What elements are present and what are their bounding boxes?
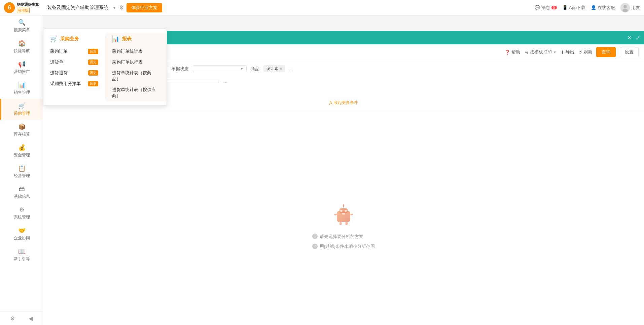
operations-icon: 📋 <box>18 165 26 172</box>
phone-icon: 📱 <box>562 5 568 10</box>
sidebar-item-inventory[interactable]: 📦 库存核算 <box>0 120 43 140</box>
print-btn[interactable]: 🖨 按模板打印 ▼ <box>524 49 557 55</box>
goods-stat-supplier-label: 进货单统计表（按供应商） <box>112 87 160 99</box>
goods-ellipsis[interactable]: … <box>289 66 293 71</box>
sidebar: 🔍 搜索菜单 🏠 快捷导航 📢 营销推广 📊 销售管理 🛒 采购管理 📦 库存核… <box>0 15 43 325</box>
query-btn[interactable]: 查询 <box>596 47 616 57</box>
user-item[interactable]: 用友 <box>620 3 640 12</box>
status-arrow: ▼ <box>240 67 244 71</box>
purchase-order-label: 采购订单 <box>50 48 68 54</box>
goods-stat-goods-item[interactable]: 进货单统计表（按商品） <box>109 68 163 84</box>
goods-receipt-item[interactable]: 进货单 历史 <box>47 57 101 68</box>
sidebar-bottom: ⚙ ◀ <box>0 312 43 325</box>
status-select[interactable]: ▼ <box>193 65 247 72</box>
top-header: 6 畅捷通好生意 标准版 装备及固定资产辅助管理系统 ▼ ⚙ 体验行业方案 💬 … <box>0 0 644 15</box>
sidebar-item-collab[interactable]: 🤝 企业协同 <box>0 224 43 244</box>
goods-stat-goods-label: 进货单统计表（按商品） <box>112 70 160 82</box>
goods-return-label: 进货退货 <box>50 70 68 76</box>
system-icon: ⚙ <box>19 206 25 213</box>
empty-illustration <box>330 202 357 229</box>
logo-icon: 6 <box>4 2 15 13</box>
system-dropdown-arrow[interactable]: ▼ <box>112 5 116 10</box>
sidebar-label-basics: 基础信息 <box>14 194 30 199</box>
purchase-order-exec-label: 采购订单执行表 <box>112 59 143 65</box>
help-btn[interactable]: ❓ 帮助 <box>505 49 520 55</box>
report-header: 📊 报表 <box>109 33 163 45</box>
empty-state: 1 请先选择要分析的方案 2 用[过滤]条件来缩小分析范围 <box>43 111 644 325</box>
purchase-order-stat-item[interactable]: 采购订单统计表 <box>109 46 163 57</box>
report-header-label: 报表 <box>122 36 132 42</box>
goods-tag-text: 设计素 <box>266 66 278 72</box>
export-icon: ⬇ <box>561 50 564 55</box>
empty-tip-1: 1 请先选择要分析的方案 <box>312 233 374 240</box>
tab-bar-expand-btn[interactable]: ⤢ <box>634 33 641 42</box>
collapse-icon: ⋀ <box>329 100 332 105</box>
collapse-btn[interactable]: ⋀ 收起更多条件 <box>329 100 358 106</box>
goods-tag-close[interactable]: ✕ <box>280 67 282 71</box>
sidebar-item-guide[interactable]: 📖 新手引导 <box>0 244 43 265</box>
svg-text:6: 6 <box>8 5 11 10</box>
purchase-order-exec-item[interactable]: 采购订单执行表 <box>109 57 163 68</box>
sidebar-label-marketing: 营销推广 <box>14 69 30 75</box>
online-service-label: 在线客服 <box>598 5 615 11</box>
inventory-icon: 📦 <box>18 123 26 130</box>
svg-point-8 <box>345 210 347 212</box>
sidebar-item-marketing[interactable]: 📢 营销推广 <box>0 57 43 78</box>
svg-point-7 <box>340 210 342 212</box>
avatar <box>620 3 630 12</box>
sidebar-collapse-icon[interactable]: ◀ <box>29 315 33 322</box>
salesperson-ellipsis[interactable]: … <box>223 79 227 84</box>
svg-rect-11 <box>350 214 353 215</box>
sidebar-item-system[interactable]: ⚙ 系统管理 <box>0 203 43 224</box>
app-download-item[interactable]: 📱 App下载 <box>562 5 585 11</box>
refresh-icon: ↺ <box>578 50 582 55</box>
search-icon: 🔍 <box>18 19 26 26</box>
home-icon: 🏠 <box>18 40 26 47</box>
goods-receipt-label: 进货单 <box>50 59 63 65</box>
purchase-expense-label: 采购费用分摊单 <box>50 81 81 87</box>
svg-rect-12 <box>339 222 342 225</box>
logo-text: 畅捷通好生意 标准版 <box>17 2 39 13</box>
goods-return-history: 历史 <box>88 70 98 76</box>
sidebar-item-search[interactable]: 🔍 搜索菜单 <box>0 15 43 36</box>
goods-return-item[interactable]: 进货退货 历史 <box>47 68 101 78</box>
goods-label: 商品 <box>251 66 259 72</box>
print-icon: 🖨 <box>524 50 529 55</box>
report-header-icon: 📊 <box>112 35 119 43</box>
sidebar-label-guide: 新手引导 <box>14 256 30 262</box>
logo-area: 6 畅捷通好生意 标准版 <box>4 2 47 13</box>
refresh-btn[interactable]: ↺ 刷新 <box>578 49 592 55</box>
settings-btn[interactable]: 设置 <box>620 47 639 57</box>
sidebar-label-inventory: 库存核算 <box>14 131 30 137</box>
tip-num-1: 1 <box>312 234 318 239</box>
sidebar-label-quicknav: 快捷导航 <box>14 48 30 54</box>
empty-text: 1 请先选择要分析的方案 2 用[过滤]条件来缩小分析范围 <box>312 233 374 250</box>
sidebar-item-quicknav[interactable]: 🏠 快捷导航 <box>0 36 43 57</box>
system-settings-icon[interactable]: ⚙ <box>119 4 124 11</box>
sidebar-item-operations[interactable]: 📋 经营管理 <box>0 161 43 182</box>
purchase-order-item[interactable]: 采购订单 历史 <box>47 46 101 57</box>
message-item[interactable]: 💬 消息 5 <box>535 5 557 11</box>
print-dropdown-arrow[interactable]: ▼ <box>553 50 557 54</box>
purchase-dropdown-menu: 🛒 采购业务 采购订单 历史 进货单 历史 进货退货 历史 采购费用分摊单 历史… <box>43 29 167 106</box>
goods-stat-supplier-item[interactable]: 进货单统计表（按供应商） <box>109 84 163 101</box>
message-label: 消息 <box>541 5 550 11</box>
sales-icon: 📊 <box>18 81 26 89</box>
basics-icon: 🗃 <box>19 186 25 193</box>
app-download-label: App下载 <box>569 5 585 11</box>
purchase-expense-item[interactable]: 采购费用分摊单 历史 <box>47 78 101 89</box>
tab-bar-close-btn[interactable]: ✕ <box>626 33 633 42</box>
svg-point-4 <box>622 9 628 12</box>
report-col: 📊 报表 采购订单统计表 采购订单执行表 进货单统计表（按商品） 进货单统计表（… <box>105 33 167 101</box>
user-label: 用友 <box>631 5 640 11</box>
industry-btn[interactable]: 体验行业方案 <box>127 3 162 12</box>
export-btn[interactable]: ⬇ 导出 <box>561 49 574 55</box>
sidebar-item-finance[interactable]: 💰 资金管理 <box>0 140 43 161</box>
svg-rect-13 <box>346 222 348 225</box>
sidebar-item-basics[interactable]: 🗃 基础信息 <box>0 182 43 203</box>
online-service-item[interactable]: 👤 在线客服 <box>591 5 615 11</box>
sidebar-item-purchase[interactable]: 🛒 采购管理 <box>0 99 43 120</box>
sidebar-settings-icon[interactable]: ⚙ <box>10 315 15 322</box>
purchase-business-header: 🛒 采购业务 <box>47 33 101 45</box>
sidebar-item-sales[interactable]: 📊 销售管理 <box>0 78 43 99</box>
